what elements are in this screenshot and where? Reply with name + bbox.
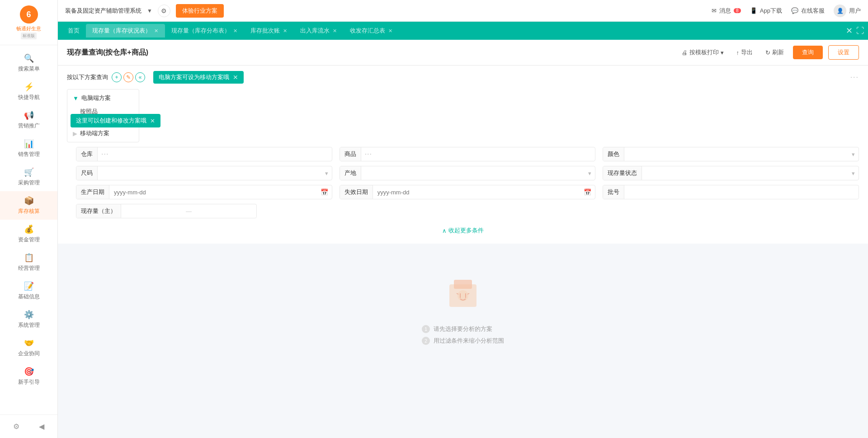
sidebar-item-label: 经营管理	[18, 264, 40, 272]
product-field: 商品 ···	[340, 147, 596, 161]
sidebar-item-operations[interactable]: 📋 经营管理	[0, 248, 57, 277]
expiry-date-calendar-icon[interactable]: 📅	[580, 188, 595, 196]
tree-expand-icon: ▼	[73, 95, 79, 102]
sidebar-item-quick-nav[interactable]: ⚡ 快捷导航	[0, 77, 57, 106]
header-right: ✉ 消息 8 📱 App下载 💬 在线客服 👤 用户	[712, 5, 861, 17]
scheme-tree-label: 移动端方案	[80, 129, 109, 137]
scheme-tooltip[interactable]: 电脑方案可设为移动方案哦 ✕	[153, 71, 244, 84]
batch-no-input[interactable]	[624, 186, 859, 198]
message-btn[interactable]: ✉ 消息 8	[712, 7, 741, 15]
empty-tips: 1 请先选择要分析的方案 2 用过滤条件来缩小分析范围	[422, 325, 504, 345]
tab-in-out-flow[interactable]: 出入库流水 ✕	[294, 24, 344, 38]
tab-collect-summary-label: 收发存汇总表	[350, 27, 385, 35]
stock-main-to-input[interactable]	[195, 205, 256, 217]
user-btn[interactable]: 👤 用户	[834, 5, 861, 17]
size-label: 尺码	[76, 166, 98, 180]
header-settings-btn[interactable]: ⚙	[158, 5, 170, 17]
scheme-tooltip-close[interactable]: ✕	[233, 74, 238, 81]
print-btn[interactable]: 🖨 按模板打印 ▾	[678, 47, 727, 58]
tab-fullscreen-btn[interactable]: ⛶	[856, 26, 864, 36]
sidebar-item-finance[interactable]: 💰 资金管理	[0, 220, 57, 248]
production-date-input[interactable]	[109, 186, 317, 198]
tip-num-2: 2	[422, 337, 430, 345]
expiry-date-input[interactable]	[373, 186, 580, 198]
sidebar-item-marketing[interactable]: 📢 营销推广	[0, 106, 57, 134]
tab-close-btn[interactable]: ✕	[233, 28, 238, 34]
collapse-sidebar-btn[interactable]: ◀	[37, 420, 46, 433]
sidebar-item-guide[interactable]: 🎯 新手引导	[0, 362, 57, 391]
industry-btn[interactable]: 体验行业方案	[176, 4, 224, 18]
size-dropdown-icon[interactable]: ▾	[321, 170, 332, 177]
tab-collect-summary[interactable]: 收发存汇总表 ✕	[344, 24, 399, 38]
sidebar-item-basic-info[interactable]: 📝 基础信息	[0, 277, 57, 305]
tab-in-out-flow-label: 出入库流水	[300, 27, 330, 35]
warehouse-field: 仓库 ···	[76, 147, 332, 161]
warehouse-more-btn[interactable]: ···	[98, 150, 112, 158]
sidebar-item-enterprise[interactable]: 🤝 企业协同	[0, 334, 57, 362]
stock-main-from-input[interactable]	[121, 205, 182, 217]
sidebar-item-system[interactable]: ⚙️ 系统管理	[0, 305, 57, 334]
size-field: 尺码 ▾	[76, 166, 332, 180]
stock-main-field: 现存量（主） —	[76, 204, 257, 218]
tab-home[interactable]: 首页	[61, 24, 86, 38]
tab-close-btn[interactable]: ✕	[388, 28, 393, 34]
more-options-btn[interactable]: ···	[850, 73, 859, 81]
export-btn[interactable]: ↑ 导出	[733, 47, 757, 58]
sidebar-item-purchase[interactable]: 🛒 采购管理	[0, 163, 57, 191]
filter-row-2: 尺码 ▾ 产地 ▾ 现存量状态 ▾	[67, 166, 859, 180]
collapse-bar[interactable]: ∧ 收起更多条件	[67, 223, 859, 238]
app-download-btn[interactable]: 📱 App下载	[750, 7, 782, 15]
content-title-row: 现存量查询(按仓库+商品) 🖨 按模板打印 ▾ ↑ 导出 ↻ 刷新	[67, 45, 859, 60]
tab-close-btn[interactable]: ✕	[283, 28, 288, 34]
prev-scheme-btn[interactable]: «	[135, 72, 145, 82]
color-input[interactable]	[624, 148, 848, 160]
production-date-calendar-icon[interactable]: 📅	[317, 188, 332, 196]
origin-input[interactable]	[361, 167, 585, 179]
scheme-tree-label: 电脑端方案	[81, 94, 111, 102]
sidebar-item-label: 搜索菜单	[18, 65, 40, 73]
reset-button[interactable]: 设置	[828, 45, 859, 60]
refresh-btn[interactable]: ↻ 刷新	[762, 47, 788, 58]
collapse-label: 收起更多条件	[448, 226, 484, 235]
system-name: 装备及固定资产辅助管理系统	[65, 7, 142, 15]
tab-batch-account[interactable]: 库存批次账 ✕	[244, 24, 294, 38]
tab-close-all-btn[interactable]: ✕	[846, 26, 853, 36]
add-scheme-btn[interactable]: +	[112, 72, 122, 82]
stock-status-input[interactable]	[642, 167, 848, 179]
refresh-icon: ↻	[765, 49, 770, 56]
sidebar-item-inventory[interactable]: 📦 库存核算	[0, 191, 57, 220]
tab-close-btn[interactable]: ✕	[332, 28, 337, 34]
tab-close-btn[interactable]: ✕	[154, 28, 159, 34]
production-date-field: 生产日期 📅	[76, 185, 332, 199]
edit-scheme-btn[interactable]: ✎	[123, 72, 133, 82]
settings-bottom-btn[interactable]: ⚙	[11, 420, 21, 433]
scheme-tree-item-desktop[interactable]: ▼ 电脑端方案	[67, 91, 139, 105]
product-more-btn[interactable]: ···	[361, 150, 376, 158]
content-header: 现存量查询(按仓库+商品) 🖨 按模板打印 ▾ ↑ 导出 ↻ 刷新	[58, 40, 868, 66]
content-actions: 🖨 按模板打印 ▾ ↑ 导出 ↻ 刷新 查询 设置	[678, 45, 859, 60]
stock-status-dropdown-icon[interactable]: ▾	[848, 170, 859, 177]
size-input[interactable]	[98, 167, 321, 179]
scheme-tree-item-mobile[interactable]: ▶ 移动端方案	[67, 127, 139, 140]
origin-field: 产地 ▾	[340, 166, 596, 180]
filter-header: 按以下方案查询 + ✎ « 电脑方案可设为移动方案哦 ✕ ···	[67, 71, 859, 84]
export-label: 导出	[741, 48, 753, 57]
filter-section: 按以下方案查询 + ✎ « 电脑方案可设为移动方案哦 ✕ ···	[58, 66, 868, 244]
tab-inventory-status[interactable]: 现存量（库存状况表） ✕	[86, 24, 165, 38]
support-icon: 💬	[791, 7, 798, 14]
tip-text-1: 请先选择要分析的方案	[434, 325, 492, 333]
edit-tooltip-close[interactable]: ✕	[150, 118, 155, 124]
tab-home-label: 首页	[68, 27, 80, 35]
sidebar-item-sales[interactable]: 📊 销售管理	[0, 134, 57, 163]
batch-no-field: 批号	[603, 185, 859, 199]
empty-state: 1 请先选择要分析的方案 2 用过滤条件来缩小分析范围	[58, 244, 868, 372]
online-support-btn[interactable]: 💬 在线客服	[791, 7, 825, 15]
header-dropdown[interactable]: ▼	[147, 8, 152, 14]
message-icon: ✉	[712, 7, 717, 14]
origin-dropdown-icon[interactable]: ▾	[585, 170, 595, 177]
color-dropdown-icon[interactable]: ▾	[848, 151, 859, 158]
tab-batch-account-label: 库存批次账	[250, 27, 280, 35]
sidebar-item-search-menu[interactable]: 🔍 搜索菜单	[0, 49, 57, 77]
search-button[interactable]: 查询	[793, 46, 823, 59]
tab-inventory-dist[interactable]: 现存量（库存分布表） ✕	[165, 24, 244, 38]
